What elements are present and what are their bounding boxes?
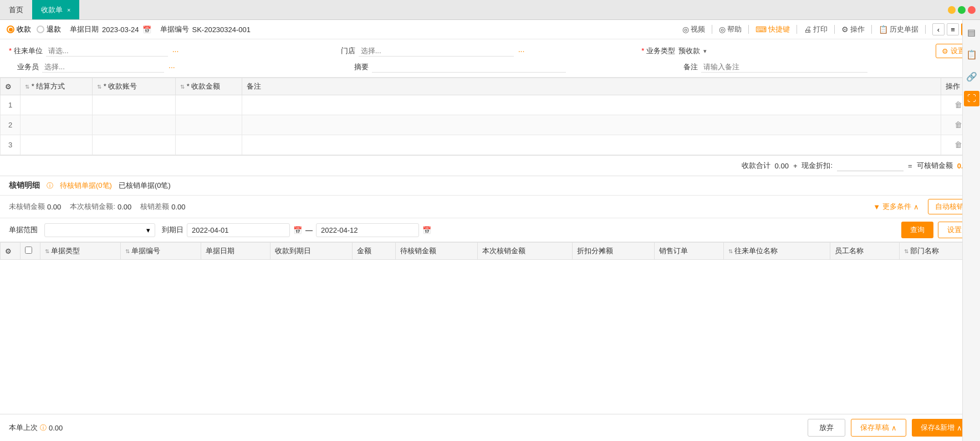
sidebar-screen-icon[interactable]: ⛶ <box>964 91 979 106</box>
divider-3 <box>797 25 797 34</box>
divider-6 <box>925 25 926 34</box>
operation-icon: ⚙ <box>841 25 849 34</box>
doc-number-label: 单据编号 <box>160 24 189 34</box>
range-select[interactable]: ▾ <box>44 223 155 237</box>
refund-radio[interactable]: 退款 <box>37 24 61 34</box>
shortcut-label: 快捷键 <box>768 24 790 34</box>
unchecked-label: 未核销金额 <box>9 202 45 212</box>
equals-sign: = <box>908 162 912 170</box>
date-separator: — <box>305 226 313 234</box>
form-row-2: 业务员 ··· 摘要 备注 <box>9 61 971 73</box>
tab-receipt[interactable]: 收款单 × <box>32 0 79 19</box>
amount-header: ⇅ * 收款金额 <box>176 78 242 95</box>
calendar-from-icon[interactable]: 📅 <box>293 226 302 234</box>
calendar-icon[interactable]: 📅 <box>142 25 151 34</box>
window-maximize-button[interactable] <box>958 6 966 14</box>
store-input[interactable] <box>359 45 514 57</box>
unchecked-value: 0.00 <box>47 203 61 211</box>
diff-stat: 核销差额 0.00 <box>140 202 185 212</box>
shortcut-icon: ⌨ <box>756 25 767 34</box>
date-from-input[interactable] <box>187 223 290 237</box>
history-action[interactable]: 📋 历史单据 <box>879 24 918 34</box>
footer-info-icon[interactable]: ⓘ <box>40 423 47 433</box>
note-cell-3[interactable] <box>242 135 941 155</box>
tab-close-icon[interactable]: × <box>67 7 70 13</box>
footer-bar: 本单上次 ⓘ 0.00 放弃 保存草稿 ∧ 保存&新增 ∧ <box>0 414 980 441</box>
date-to-input[interactable] <box>316 223 419 237</box>
view-list-button[interactable]: ≡ <box>947 23 959 35</box>
tab-home-label: 首页 <box>9 5 23 15</box>
amount-cell-2[interactable] <box>176 115 242 135</box>
done-tab-link[interactable]: 已核销单据(0笔) <box>119 181 171 191</box>
sidebar-table-icon[interactable]: ▤ <box>964 24 979 40</box>
salesperson-input[interactable] <box>42 61 164 73</box>
filter-row: 单据范围 ▾ 到期日 📅 — 📅 查询 设置 <box>0 218 980 242</box>
save-draft-label: 保存草稿 <box>860 423 889 433</box>
table-settings-header[interactable]: ⚙ <box>1 78 21 95</box>
pending-tab-link[interactable]: 待核销单据(0笔) <box>60 181 112 191</box>
operation-action[interactable]: ⚙ 操作 <box>841 24 865 34</box>
toolbar-actions: ◎ 视频 ◎ 帮助 ⌨ 快捷键 🖨 打印 ⚙ 操作 <box>682 23 973 35</box>
window-minimize-button[interactable] <box>948 6 956 14</box>
save-draft-button[interactable]: 保存草稿 ∧ <box>851 419 906 437</box>
reconcile-header: 核销明细 ⓘ 待核销单据(0笔) 已核销单据(0笔) <box>0 176 980 196</box>
from-unit-input[interactable] <box>46 45 168 57</box>
amount-header-b: 金额 <box>352 243 395 260</box>
due-date-header: 收款到期日 <box>270 243 352 260</box>
discard-button[interactable]: 放弃 <box>808 419 845 437</box>
settlement-cell-2[interactable] <box>21 115 93 135</box>
settlement-cell-3[interactable] <box>21 135 93 155</box>
amount-cell-3[interactable] <box>176 135 242 155</box>
business-type-dropdown-icon[interactable]: ▾ <box>703 48 707 55</box>
summary-input[interactable] <box>372 61 566 73</box>
save-new-dropdown-icon[interactable]: ∧ <box>957 424 962 432</box>
tab-home[interactable]: 首页 <box>0 0 32 19</box>
discount-input[interactable] <box>837 160 904 171</box>
refund-radio-label: 退款 <box>47 24 61 34</box>
filter-actions: 查询 设置 <box>901 222 971 238</box>
remark-input[interactable] <box>701 61 867 73</box>
select-all-checkbox[interactable] <box>25 247 32 254</box>
doc-type-header: ⇅ 单据类型 <box>40 243 121 260</box>
store-more-icon[interactable]: ··· <box>518 47 525 55</box>
print-action[interactable]: 🖨 打印 <box>804 24 828 34</box>
account-cell-1[interactable] <box>93 95 176 115</box>
note-header: 备注 <box>242 78 941 95</box>
note-cell-1[interactable] <box>242 95 941 115</box>
shortcut-action[interactable]: ⌨ 快捷键 <box>756 24 790 34</box>
from-unit-more-icon[interactable]: ··· <box>172 47 179 55</box>
note-cell-2[interactable] <box>242 115 941 135</box>
help-label: 帮助 <box>727 24 742 34</box>
help-action[interactable]: ◎ 帮助 <box>719 24 742 34</box>
account-cell-2[interactable] <box>93 115 176 135</box>
view-prev-button[interactable]: ‹ <box>932 23 945 35</box>
account-cell-3[interactable] <box>93 135 176 155</box>
summary-row: 收款合计 0.00 + 现金折扣: = 可核销金额 0.00 <box>0 156 980 176</box>
bottom-settings-header[interactable]: ⚙ <box>1 243 21 260</box>
print-icon: 🖨 <box>804 25 811 34</box>
reconcile-section: 核销明细 ⓘ 待核销单据(0笔) 已核销单据(0笔) 未核销金额 0.00 本次… <box>0 176 980 414</box>
settlement-cell-1[interactable] <box>21 95 93 115</box>
draft-dropdown-icon[interactable]: ∧ <box>891 424 897 432</box>
query-label: 查询 <box>910 225 925 234</box>
query-button[interactable]: 查询 <box>901 222 933 238</box>
more-conditions-button[interactable]: ▼ 更多条件 ∧ <box>873 202 919 212</box>
salesperson-more-icon[interactable]: ··· <box>169 63 175 71</box>
receipt-radio[interactable]: 收款 <box>7 24 31 34</box>
calendar-to-icon[interactable]: 📅 <box>422 226 431 234</box>
receipt-table: ⚙ ⇅ * 结算方式 ⇅ * 收款账号 ⇅ * 收款金额 <box>0 78 980 155</box>
sidebar-link-icon[interactable]: 🔗 <box>964 69 979 84</box>
doc-date-label: 单据日期 <box>70 24 99 34</box>
footer-value: 0.00 <box>49 424 63 432</box>
discount-label: 现金折扣: <box>802 161 833 171</box>
help-icon: ◎ <box>719 25 726 34</box>
video-action[interactable]: ◎ 视频 <box>682 24 705 34</box>
sidebar-doc-icon[interactable]: 📋 <box>964 47 979 62</box>
form-section: * 往来单位 ··· 门店 ··· * 业务类型 预收款 ▾ ⚙ 设置 <box>0 39 980 78</box>
window-close-button[interactable] <box>968 6 976 14</box>
tab-receipt-label: 收款单 <box>41 5 63 15</box>
remark-label: 备注 <box>668 62 698 72</box>
amount-cell-1[interactable] <box>176 95 242 115</box>
reconcile-info-icon[interactable]: ⓘ <box>47 181 53 191</box>
footer-actions: 放弃 保存草稿 ∧ 保存&新增 ∧ <box>808 419 971 437</box>
